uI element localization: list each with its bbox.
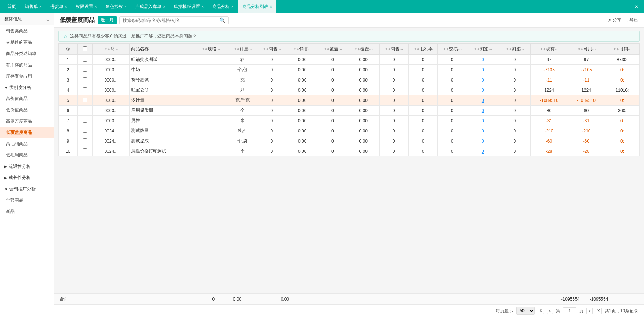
sidebar-item-new-goods[interactable]: 新品 [0, 206, 54, 217]
col-header-code[interactable]: ⬆⬇商... [93, 44, 130, 55]
col-header-cover-qty[interactable]: ⬆⬇覆盖... [318, 44, 347, 55]
nav-roles[interactable]: 角色授权 × [101, 0, 131, 13]
row-check[interactable] [78, 116, 93, 126]
row-checkbox[interactable] [83, 118, 87, 123]
row-check[interactable] [78, 95, 93, 106]
sidebar-item-high-coverage[interactable]: 高覆盖度商品 [0, 116, 54, 127]
nav-finished-goods[interactable]: 产成品入库单 × [131, 0, 169, 13]
share-button[interactable]: ↗ 分享 [608, 17, 621, 23]
search-input[interactable] [123, 18, 218, 23]
nav-product-analysis-list[interactable]: 商品分析列表 × [238, 0, 276, 13]
row-check[interactable] [78, 126, 93, 136]
nav-product-analysis[interactable]: 商品分析 × [208, 0, 238, 13]
sidebar-item-low-coverage[interactable]: 低覆盖度商品 [0, 127, 54, 138]
col-header-name[interactable]: 商品名称 [130, 44, 193, 55]
sidebar-item-category-turnover[interactable]: 商品分类动销率 [0, 48, 54, 59]
sidebar-item-all-goods[interactable]: 全部商品 [0, 195, 54, 206]
first-page-btn[interactable]: K [538, 308, 544, 314]
row-checkbox[interactable] [83, 87, 87, 92]
row-check[interactable] [78, 65, 93, 75]
sidebar-item-low-margin[interactable]: 低毛利商品 [0, 150, 54, 161]
last-page-btn[interactable]: X [596, 308, 602, 314]
row-browse-num[interactable]: 0 [467, 95, 499, 106]
nav-permissions[interactable]: 权限设置 × [71, 0, 101, 13]
row-check[interactable] [78, 55, 93, 65]
browse-num-link[interactable]: 0 [482, 67, 484, 72]
row-checkbox[interactable] [83, 57, 87, 62]
sidebar-item-traded-goods[interactable]: 交易过的商品 [0, 37, 54, 48]
row-checkbox[interactable] [83, 108, 87, 112]
nav-roles-close[interactable]: × [125, 5, 127, 9]
row-check[interactable] [78, 85, 93, 95]
col-header-cover-amt[interactable]: ⬆⬇覆盖... [347, 44, 379, 55]
col-header-saleable[interactable]: ⬆⬇可销... [605, 44, 640, 55]
col-header-sales-amt[interactable]: ⬆⬇销售... [286, 44, 318, 55]
col-header-gross[interactable]: ⬆⬇毛利率 [408, 44, 437, 55]
row-check[interactable] [78, 136, 93, 146]
nav-sales[interactable]: 销售单 × [20, 0, 46, 13]
row-browse-num[interactable]: 0 [467, 85, 499, 95]
browse-num-link[interactable]: 0 [482, 149, 484, 154]
settings-icon[interactable]: ⚙ [66, 47, 70, 52]
row-checkbox[interactable] [83, 98, 87, 102]
search-icon[interactable]: 🔍 [219, 17, 225, 23]
col-header-sales-qty[interactable]: ⬆⬇销售... [257, 44, 286, 55]
browse-num-link[interactable]: 0 [482, 139, 484, 144]
col-header-browse-amt[interactable]: ⬆⬇浏览... [499, 44, 530, 55]
browse-num-link[interactable]: 0 [482, 88, 484, 93]
sidebar-item-low-value[interactable]: 低价值商品 [0, 104, 54, 116]
col-header-unit[interactable]: ⬆⬇计量... [228, 44, 257, 55]
nav-home[interactable]: 首页 [3, 0, 20, 13]
sidebar-group-marketing[interactable]: ▼ 营销推广分析 [0, 183, 54, 195]
nav-product-analysis-close[interactable]: × [231, 5, 233, 9]
sidebar-group-coverage[interactable]: ▼ 类别度分析 [0, 82, 54, 93]
row-browse-num[interactable]: 0 [467, 65, 499, 75]
table-container[interactable]: ⚙ ⬆⬇商... 商品名称 ⬆⬇规格... ⬆⬇计量. [58, 43, 640, 293]
row-checkbox[interactable] [83, 67, 87, 72]
col-header-check[interactable] [78, 44, 93, 55]
sidebar-group-liquidity[interactable]: ▶ 流通性分析 [0, 161, 54, 172]
row-checkbox[interactable] [83, 128, 87, 133]
col-header-available[interactable]: ⬆⬇可用... [568, 44, 605, 55]
select-all-checkbox[interactable] [83, 46, 87, 51]
nav-sales-close[interactable]: × [39, 5, 42, 9]
nav-purchase-close[interactable]: × [65, 5, 67, 9]
nav-template-settings[interactable]: 单据模板设置 × [169, 0, 208, 13]
row-browse-num[interactable]: 0 [467, 106, 499, 116]
row-check[interactable] [78, 75, 93, 85]
row-browse-num[interactable]: 0 [467, 146, 499, 156]
row-browse-num[interactable]: 0 [467, 116, 499, 126]
per-page-select[interactable]: 50 100 200 [516, 307, 535, 315]
window-close-button[interactable]: × [632, 3, 641, 10]
nav-permissions-close[interactable]: × [95, 5, 97, 9]
browse-num-link[interactable]: 0 [482, 98, 484, 103]
sidebar-item-sales-goods[interactable]: 销售类商品 [0, 25, 54, 37]
sidebar-item-high-value[interactable]: 高价值商品 [0, 93, 54, 104]
col-header-settings[interactable]: ⚙ [59, 44, 78, 55]
row-browse-num[interactable]: 0 [467, 126, 499, 136]
row-check[interactable] [78, 106, 93, 116]
sidebar-item-in-stock[interactable]: 有库存的商品 [0, 59, 54, 71]
sidebar-group-growth[interactable]: ▶ 成长性分析 [0, 172, 54, 183]
browse-num-link[interactable]: 0 [482, 78, 484, 83]
nav-template-settings-close[interactable]: × [201, 5, 204, 9]
nav-purchase[interactable]: 进货单 × [46, 0, 71, 13]
row-checkbox[interactable] [83, 138, 87, 143]
row-checkbox[interactable] [83, 77, 87, 82]
row-browse-num[interactable]: 0 [467, 75, 499, 85]
next-page-btn[interactable]: > [586, 308, 592, 314]
col-header-spec[interactable]: ⬆⬇规格... [193, 44, 228, 55]
nav-finished-goods-close[interactable]: × [163, 5, 165, 9]
export-button[interactable]: ↓ 导出 [626, 17, 638, 23]
prev-page-btn[interactable]: < [547, 308, 553, 314]
nav-product-analysis-list-close[interactable]: × [270, 5, 272, 9]
browse-num-link[interactable]: 0 [482, 57, 484, 62]
browse-num-link[interactable]: 0 [482, 118, 484, 123]
sidebar-toggle-btn[interactable]: « [46, 16, 49, 22]
browse-num-link[interactable]: 0 [482, 128, 484, 134]
browse-num-link[interactable]: 0 [482, 108, 484, 113]
col-header-trans[interactable]: ⬆⬇交易... [437, 44, 467, 55]
row-check[interactable] [78, 146, 93, 156]
col-header-current[interactable]: ⬆⬇现有... [530, 44, 568, 55]
row-checkbox[interactable] [83, 148, 87, 153]
